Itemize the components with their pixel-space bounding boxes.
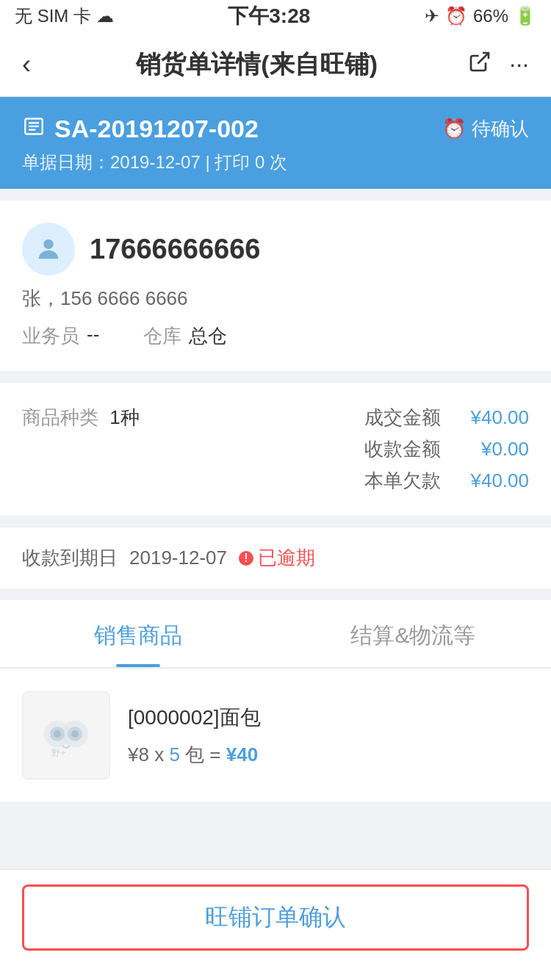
page-title: 销货单详情(来自旺铺) [46, 48, 468, 82]
battery-icon: 🔋 [514, 6, 536, 26]
svg-point-5 [43, 239, 53, 249]
svg-point-10 [54, 730, 61, 738]
total-price: ¥40 [226, 743, 258, 765]
product-image: 野+ [22, 691, 110, 779]
unit: 包 [185, 743, 204, 765]
product-item: 野+ [0000002]面包 ¥8 x 5 包 = ¥40 [0, 669, 551, 802]
product-type-section: 商品种类 1种 [22, 405, 140, 430]
due-date-label: 收款到期日 [22, 545, 118, 571]
alarm-icon: ⏰ [445, 6, 467, 26]
overdue-dot-icon: ! [239, 551, 253, 566]
confirm-button-wrap: 旺铺订单确认 [0, 869, 551, 980]
overdue-label: 已逾期 [258, 545, 315, 571]
amount-section: 成交金额 ¥40.00 收款金额 ¥0.00 本单欠款 ¥40.00 [364, 405, 529, 494]
salesperson-field: 业务员 -- [22, 323, 99, 349]
product-type-label: 商品种类 [22, 406, 98, 428]
deal-amount-label: 成交金额 [364, 405, 441, 430]
product-price: ¥8 x 5 包 = ¥40 [128, 742, 529, 768]
warehouse-label: 仓库 [143, 323, 181, 349]
customer-phone: 17666666666 [90, 234, 260, 265]
received-label: 收款金额 [364, 436, 441, 462]
tab-settlement[interactable]: 结算&物流等 [276, 600, 551, 667]
battery-level: 66% [473, 6, 508, 26]
svg-text:野+: 野+ [51, 748, 65, 757]
order-status: ⏰ 待确认 [442, 116, 529, 142]
due-date-value: 2019-12-07 [129, 547, 227, 569]
equals: = [209, 743, 226, 765]
product-name: [0000002]面包 [128, 704, 529, 732]
salesperson-label: 业务员 [22, 323, 79, 349]
clock-icon: ⏰ [442, 118, 466, 140]
owed-row: 本单欠款 ¥40.00 [364, 468, 529, 494]
nav-actions: ··· [468, 50, 529, 79]
back-button[interactable]: ‹ [22, 49, 31, 80]
order-date: 单据日期：2019-12-07 | 打印 0 次 [22, 151, 529, 174]
customer-card: 17666666666 张，156 6666 6666 业务员 -- 仓库 总仓 [0, 201, 551, 371]
due-date-card: 收款到期日 2019-12-07 ! 已逾期 [0, 527, 551, 588]
document-icon [22, 116, 46, 142]
order-number-row: SA-20191207-002 [22, 115, 259, 143]
product-type-value: 1种 [109, 406, 139, 428]
warehouse-value: 总仓 [189, 323, 227, 349]
tab-products[interactable]: 销售商品 [0, 600, 276, 667]
more-icon[interactable]: ··· [509, 51, 529, 78]
nav-bar: ‹ 销货单详情(来自旺铺) ··· [0, 32, 551, 97]
summary-card: 商品种类 1种 成交金额 ¥40.00 收款金额 ¥0.00 本单欠款 ¥40.… [0, 383, 551, 516]
svg-line-0 [478, 53, 489, 64]
received-row: 收款金额 ¥0.00 [364, 436, 529, 462]
deal-amount-row: 成交金额 ¥40.00 [364, 405, 529, 430]
received-value: ¥0.00 [455, 438, 529, 461]
customer-meta: 业务员 -- 仓库 总仓 [22, 323, 529, 349]
salesperson-value: -- [87, 323, 99, 349]
status-time: 下午3:28 [228, 2, 310, 30]
tabs-container: 销售商品 结算&物流等 [0, 600, 551, 668]
deal-amount-value: ¥40.00 [455, 406, 529, 429]
overdue-badge: ! 已逾期 [239, 545, 315, 571]
customer-name: 张，156 6666 6666 [22, 286, 529, 311]
order-header: SA-20191207-002 ⏰ 待确认 单据日期：2019-12-07 | … [0, 97, 551, 189]
unit-price: ¥8 x [128, 743, 169, 765]
svg-point-11 [71, 730, 79, 738]
customer-avatar [22, 223, 75, 275]
status-left: 无 SIM 卡 ☁ [15, 4, 114, 28]
owed-value: ¥40.00 [455, 469, 529, 492]
order-number: SA-20191207-002 [54, 115, 259, 143]
export-icon[interactable] [468, 50, 491, 79]
product-logo-icon: 野+ [37, 713, 96, 757]
status-right: ✈ ⏰ 66% 🔋 [425, 6, 536, 26]
product-info: [0000002]面包 ¥8 x 5 包 = ¥40 [128, 704, 529, 768]
sim-status: 无 SIM 卡 ☁ [15, 4, 114, 28]
location-icon: ✈ [425, 6, 439, 26]
status-bar: 无 SIM 卡 ☁ 下午3:28 ✈ ⏰ 66% 🔋 [0, 0, 551, 32]
owed-label: 本单欠款 [364, 468, 441, 494]
product-list: 野+ [0000002]面包 ¥8 x 5 包 = ¥40 [0, 669, 551, 802]
status-label: 待确认 [472, 116, 529, 142]
confirm-order-button[interactable]: 旺铺订单确认 [22, 884, 529, 951]
warehouse-field: 仓库 总仓 [143, 323, 227, 349]
quantity: 5 [169, 743, 179, 765]
